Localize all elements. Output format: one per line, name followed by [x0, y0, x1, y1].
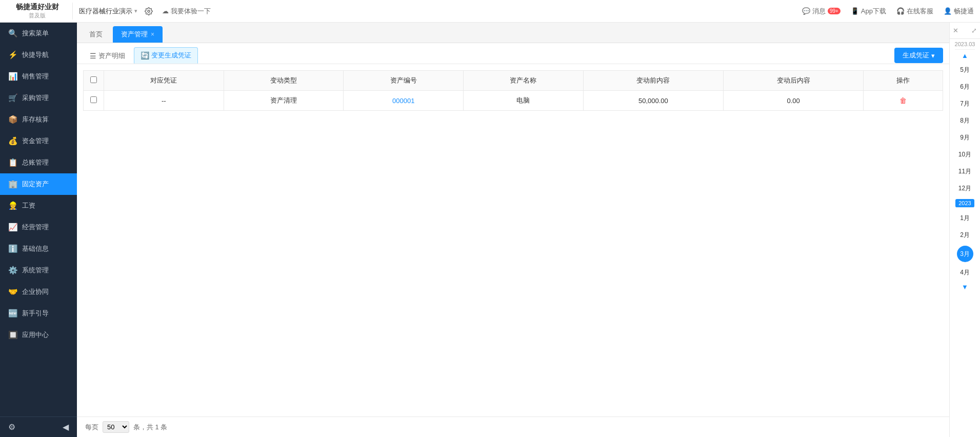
user-button[interactable]: 👤 畅捷通: [944, 7, 974, 16]
sidebar-label-operations: 经营管理: [22, 223, 49, 232]
sidebar-item-purchase[interactable]: 🛒 采购管理: [0, 87, 77, 109]
message-button[interactable]: 💬 消息 99+: [802, 7, 841, 16]
company-selector[interactable]: 医疗器械行业演示 ▾: [79, 7, 137, 16]
sidebar-scroll: 🔍 搜索菜单 ⚡ 快捷导航 📊 销售管理 🛒 采购管理 📦 库存核算 💰: [0, 23, 77, 416]
per-page-select[interactable]: 50 10 20 100: [103, 421, 129, 433]
sidebar-item-guide[interactable]: 🆕 新手引导: [0, 303, 77, 324]
row-checkbox[interactable]: [90, 96, 97, 103]
month-6[interactable]: 6月: [958, 80, 972, 94]
th-voucher: 对应凭证: [104, 71, 224, 91]
tab-close-icon[interactable]: ×: [151, 31, 154, 38]
month-10[interactable]: 10月: [956, 147, 973, 162]
sidebar-item-funds[interactable]: 💰 资金管理: [0, 130, 77, 152]
operations-icon: 📈: [8, 223, 18, 232]
sidebar-item-sales[interactable]: 📊 销售管理: [0, 66, 77, 87]
month-5[interactable]: 5月: [958, 63, 972, 77]
user-label: 畅捷通: [954, 7, 974, 16]
row-asset-name: 电脑: [464, 91, 584, 111]
th-after-value: 变动后内容: [723, 71, 863, 91]
month-9[interactable]: 9月: [958, 130, 972, 145]
sidebar-item-operations[interactable]: 📈 经营管理: [0, 216, 77, 238]
select-all-checkbox[interactable]: [90, 76, 97, 83]
table-row: -- 资产清理 000001 电脑 50,000.00 0.00 🗑: [84, 91, 943, 111]
message-icon: 💬: [802, 7, 810, 15]
sidebar-label-nav: 快捷导航: [22, 50, 49, 59]
month-2023-2[interactable]: 2月: [958, 228, 972, 243]
th-asset-no: 资产编号: [344, 71, 464, 91]
message-badge: 99+: [828, 8, 841, 14]
settings-icon-btn[interactable]: [142, 4, 156, 18]
headset-icon: 🎧: [896, 7, 905, 15]
sidebar-item-apps[interactable]: 🔲 应用中心: [0, 324, 77, 346]
inner-tab-label-detail: 资产明细: [98, 51, 125, 61]
sidebar-label-sales: 销售管理: [22, 72, 49, 81]
sidebar-label-enterprise: 企业协同: [22, 287, 49, 296]
sidebar-item-basic[interactable]: ℹ️ 基础信息: [0, 238, 77, 260]
bottom-settings-icon[interactable]: ⚙: [8, 422, 15, 432]
sidebar-item-salary[interactable]: 👷 工资: [0, 195, 77, 216]
month-2023-1[interactable]: 1月: [958, 211, 972, 226]
sidebar-item-fixed[interactable]: 🏢 固定资产: [0, 173, 77, 195]
generate-voucher-button[interactable]: 生成凭证 ▾: [894, 48, 943, 63]
apps-icon: 🔲: [8, 330, 18, 340]
month-8[interactable]: 8月: [958, 113, 972, 128]
row-asset-no[interactable]: 000001: [344, 91, 464, 111]
page-content: ☰ 资产明细 🔄 变更生成凭证 生成凭证 ▾: [77, 43, 949, 437]
th-checkbox: [84, 71, 104, 91]
month-11[interactable]: 11月: [956, 164, 973, 179]
sidebar-item-enterprise[interactable]: 🤝 企业协同: [0, 281, 77, 303]
sidebar-label-purchase: 采购管理: [22, 93, 49, 103]
experience-button[interactable]: ☁ 我要体验一下: [162, 7, 211, 16]
app-download-button[interactable]: 📱 App下载: [851, 7, 886, 16]
close-panel-icon[interactable]: ✕: [953, 27, 958, 34]
content-area: 首页 资产管理 × ☰ 资产明细 🔄 变更生成凭证 生成凭证: [77, 23, 949, 437]
month-12[interactable]: 12月: [956, 181, 973, 196]
th-change-type: 变动类型: [224, 71, 344, 91]
basic-icon: ℹ️: [8, 244, 18, 253]
chevron-down-icon: ▾: [134, 8, 137, 14]
pagination: 每页 50 10 20 100 条，共 1 条: [77, 416, 949, 437]
inner-tab-change-voucher[interactable]: 🔄 变更生成凭证: [134, 47, 198, 64]
month-2023-4[interactable]: 4月: [958, 265, 972, 280]
tab-asset-management[interactable]: 资产管理 ×: [113, 26, 163, 43]
sidebar-item-system[interactable]: ⚙️ 系统管理: [0, 260, 77, 281]
guide-icon: 🆕: [8, 309, 18, 318]
generate-label: 生成凭证: [903, 51, 929, 60]
inner-tab-asset-detail[interactable]: ☰ 资产明细: [83, 48, 132, 64]
sidebar-label-salary: 工资: [22, 201, 35, 210]
collapse-icon[interactable]: ◀: [63, 422, 69, 432]
scroll-down-icon[interactable]: ▼: [959, 281, 970, 293]
inner-tab-label-change: 变更生成凭证: [151, 51, 191, 60]
sidebar-label-system: 系统管理: [22, 266, 49, 275]
list-icon: ☰: [90, 52, 96, 60]
expand-panel-icon[interactable]: ⤢: [971, 27, 977, 34]
service-button[interactable]: 🎧 在线客服: [896, 7, 933, 16]
scroll-up-icon[interactable]: ▲: [959, 50, 970, 62]
logo-sub: 普及版: [29, 12, 46, 19]
user-icon: 👤: [944, 7, 952, 15]
home-tab-label: 首页: [89, 30, 103, 39]
ledger-icon: 📋: [8, 158, 18, 167]
tab-home[interactable]: 首页: [81, 26, 111, 43]
logo-area: 畅捷通好业财 普及版: [6, 3, 73, 19]
sidebar-item-search[interactable]: 🔍 搜索菜单: [0, 23, 77, 44]
system-icon: ⚙️: [8, 266, 18, 275]
sidebar-label-apps: 应用中心: [22, 330, 49, 340]
sidebar-item-inventory[interactable]: 📦 库存核算: [0, 109, 77, 130]
row-checkbox-cell: [84, 91, 104, 111]
th-before-value: 变动前内容: [583, 71, 723, 91]
svg-point-0: [148, 10, 150, 12]
month-2023-3[interactable]: 3月: [957, 246, 973, 262]
delete-icon[interactable]: 🗑: [899, 96, 907, 105]
fixed-icon: 🏢: [8, 180, 18, 189]
inventory-icon: 📦: [8, 115, 18, 124]
cloud-icon: ☁: [162, 7, 169, 15]
asset-table: 对应凭证 变动类型 资产编号 资产名称: [83, 70, 943, 111]
header-right: 💬 消息 99+ 📱 App下载 🎧 在线客服 👤 畅捷通: [802, 7, 974, 16]
sidebar-item-ledger[interactable]: 📋 总账管理: [0, 152, 77, 173]
month-7[interactable]: 7月: [958, 96, 972, 111]
sidebar-item-nav[interactable]: ⚡ 快捷导航: [0, 44, 77, 66]
year-before-label: 2023.03: [955, 39, 975, 50]
row-before-value: 50,000.00: [583, 91, 723, 111]
app-label: App下载: [861, 7, 886, 16]
